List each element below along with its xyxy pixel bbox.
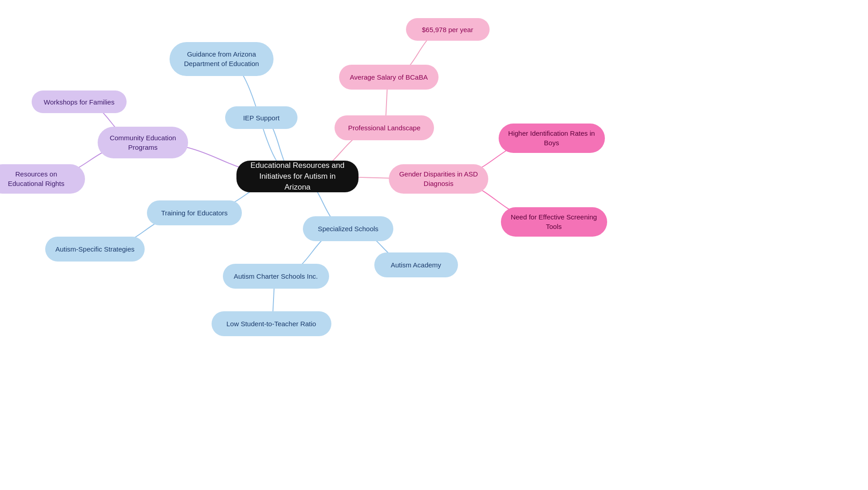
salary-amount-node[interactable]: $65,978 per year (406, 18, 490, 41)
academy-node[interactable]: Autism Academy (374, 252, 458, 277)
screening-label: Need for Effective Screening Tools (510, 212, 598, 231)
avg-salary-label: Average Salary of BCaBA (350, 72, 428, 82)
specialized-node[interactable]: Specialized Schools (303, 216, 393, 241)
higher-id-label: Higher Identification Rates in Boys (508, 128, 596, 147)
specialized-label: Specialized Schools (318, 224, 378, 233)
professional-node[interactable]: Professional Landscape (335, 115, 434, 140)
gender-label: Gender Disparities in ASD Diagnosis (398, 169, 479, 188)
guidance-label: Guidance from Arizona Department of Educ… (179, 49, 264, 68)
center-label: Educational Resources and Initiatives fo… (247, 160, 348, 192)
center-node[interactable]: Educational Resources and Initiatives fo… (236, 161, 359, 192)
gender-node[interactable]: Gender Disparities in ASD Diagnosis (389, 164, 488, 194)
low-ratio-label: Low Student-to-Teacher Ratio (226, 319, 316, 328)
workshops-label: Workshops for Families (44, 97, 114, 107)
strategies-label: Autism-Specific Strategies (55, 244, 134, 254)
academy-label: Autism Academy (391, 260, 441, 270)
professional-label: Professional Landscape (348, 123, 420, 133)
iep-label: IEP Support (243, 113, 280, 123)
ed-rights-label: Resources on Educational Rights (0, 169, 76, 188)
salary-amount-label: $65,978 per year (422, 25, 473, 34)
training-node[interactable]: Training for Educators (147, 200, 242, 225)
higher-id-node[interactable]: Higher Identification Rates in Boys (499, 124, 605, 153)
community-node[interactable]: Community Education Programs (98, 127, 188, 158)
screening-node[interactable]: Need for Effective Screening Tools (501, 207, 607, 237)
strategies-node[interactable]: Autism-Specific Strategies (45, 237, 145, 262)
ed-rights-node[interactable]: Resources on Educational Rights (0, 164, 85, 194)
workshops-node[interactable]: Workshops for Families (32, 90, 127, 113)
charter-label: Autism Charter Schools Inc. (234, 271, 318, 281)
training-label: Training for Educators (161, 208, 227, 218)
community-label: Community Education Programs (107, 133, 179, 152)
low-ratio-node[interactable]: Low Student-to-Teacher Ratio (212, 311, 331, 336)
avg-salary-node[interactable]: Average Salary of BCaBA (339, 65, 439, 90)
charter-node[interactable]: Autism Charter Schools Inc. (223, 264, 329, 289)
iep-node[interactable]: IEP Support (225, 106, 297, 129)
guidance-node[interactable]: Guidance from Arizona Department of Educ… (170, 42, 274, 76)
